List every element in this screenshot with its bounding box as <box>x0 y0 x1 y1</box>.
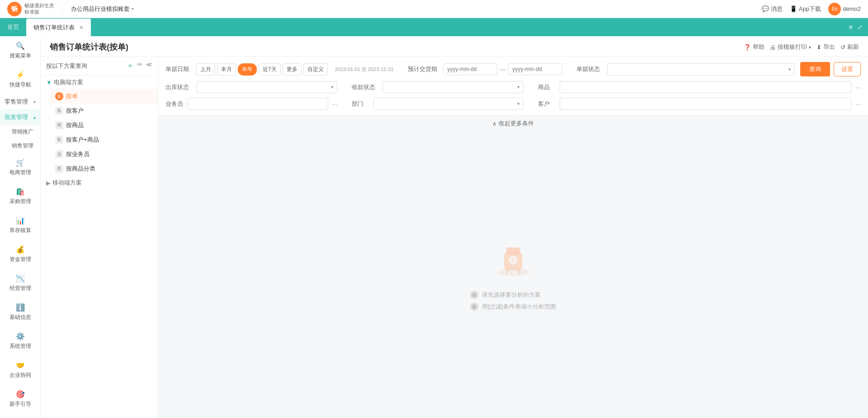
department-select-wrap <box>373 98 524 110</box>
edit-scheme-icon[interactable]: ✏ <box>137 61 142 71</box>
sidebar-item-purchase[interactable]: 🛍️ 采购管理 <box>0 182 40 211</box>
by-customer-icon: 客 <box>55 107 63 115</box>
filter-delivery-status-field: 出库状态 <box>165 81 337 93</box>
sidebar-item-enterprise[interactable]: 🤝 企业协同 <box>0 356 40 385</box>
goods-label: 商品 <box>538 83 556 91</box>
goods-more-icon[interactable]: ··· <box>855 84 861 91</box>
tree-mobile-expand-icon: ▶ <box>46 180 51 186</box>
goods-input[interactable] <box>560 81 852 93</box>
settings-button[interactable]: 设置 <box>834 62 861 76</box>
sidebar-item-newbie[interactable]: 🎯 新手引导 <box>0 385 40 413</box>
by-sales-icon: 业 <box>55 150 63 158</box>
tree-item-by-customer[interactable]: 客 按客户 <box>50 104 158 118</box>
date-quick-buttons: 上月 本月 本年 近7天 更多 自定义 <box>196 63 328 76</box>
filter-date-field: 单据日期 上月 本月 本年 近7天 更多 自定义 <box>165 63 328 76</box>
date-separator: — <box>500 66 505 73</box>
sidebar-item-retail[interactable]: 零售管理 ▾ <box>0 94 40 109</box>
tree-desktop-group[interactable]: ▼ 电脑端方案 <box>41 76 158 89</box>
salesperson-more-icon[interactable]: ··· <box>332 100 337 108</box>
expand-icon[interactable]: ⤢ <box>857 24 863 31</box>
btn-last-7-days[interactable]: 近7天 <box>259 63 281 76</box>
btn-this-year[interactable]: 本年 <box>238 63 257 76</box>
btn-last-month[interactable]: 上月 <box>196 63 215 76</box>
tab-sales-stats[interactable]: 销售订单统计表 ✕ <box>26 19 91 37</box>
sidebar-item-system[interactable]: ⚙️ 系统管理 <box>0 327 40 356</box>
tab-home[interactable]: 首页 <box>0 18 26 36</box>
collapse-toggle[interactable]: ∧ 收起更多条件 <box>158 116 868 131</box>
btn-this-month[interactable]: 本月 <box>217 63 236 76</box>
top-bar-left: 畅 畅捷通好生意 标准版 办公用品行业模拟账套 ▾ <box>7 2 134 16</box>
user-menu[interactable]: Ea demo2 <box>828 3 861 15</box>
filter-goods-field: 商品 ··· <box>538 81 861 93</box>
tree-mobile-group[interactable]: ▶ 移动端方案 <box>41 176 158 190</box>
tree-item-by-salesperson[interactable]: 业 按业务员 <box>50 147 158 162</box>
search-icon: 🔍 <box>16 42 25 50</box>
bill-status-label: 单据状态 <box>576 65 604 73</box>
sidebar-item-sales[interactable]: 销售管理 <box>7 139 40 153</box>
sidebar-item-marketing[interactable]: 营销推广 <box>7 125 40 139</box>
sidebar-item-app-center[interactable]: 📱 应用中心 <box>0 413 40 418</box>
receipt-status-select[interactable] <box>382 81 524 93</box>
sidebar-item-wholesale[interactable]: 批发管理 ▴ <box>0 109 40 125</box>
sidebar-item-ecommerce[interactable]: 🛒 电商管理 <box>0 153 40 182</box>
company-selector[interactable]: 办公用品行业模拟账套 ▾ <box>71 5 134 13</box>
filter-customer-field: 客户 ··· <box>538 98 861 110</box>
right-panel: 单据日期 上月 本月 本年 近7天 更多 自定义 2023-01-01 至 20… <box>158 57 868 418</box>
minimize-icon[interactable]: ✕ <box>848 24 854 31</box>
tree-item-by-customer-product[interactable]: 客 按客户+商品 <box>50 133 158 147</box>
sidebar-item-quick-nav[interactable]: ⚡ 快捷导航 <box>0 65 40 94</box>
tab-bar: 首页 销售订单统计表 ✕ ✕ ⤢ <box>0 18 868 36</box>
print-icon: 🖨 <box>770 44 776 51</box>
filter-row-2: 出库状态 收款状态 <box>165 81 861 93</box>
tree-expand-icon: ▼ <box>46 79 52 86</box>
sidebar-item-operations[interactable]: 📉 经营管理 <box>0 269 40 298</box>
message-button[interactable]: 💬 消息 <box>762 5 783 13</box>
help-button[interactable]: ❓ 帮助 <box>744 43 764 51</box>
wholesale-submenu: 营销推广 销售管理 <box>0 125 40 153</box>
collapse-panel-icon[interactable]: ≪ <box>146 61 152 71</box>
filter-section: 单据日期 上月 本月 本年 近7天 更多 自定义 2023-01-01 至 20… <box>158 57 868 116</box>
main-layout: 🔍 搜索菜单 ⚡ 快捷导航 零售管理 ▾ 批发管理 ▴ 营销推广 销售管理 🛒 … <box>0 36 868 418</box>
btn-custom[interactable]: 自定义 <box>303 63 328 76</box>
delivery-date-end[interactable] <box>508 63 562 75</box>
sidebar-item-search[interactable]: 🔍 搜索菜单 <box>0 36 40 65</box>
by-cat-icon: 类 <box>55 165 63 173</box>
date-range-display: 2023-01-01 至 2023-12-31 <box>335 66 394 73</box>
delivery-date-start[interactable] <box>443 63 497 75</box>
customer-more-icon[interactable]: ··· <box>855 100 861 108</box>
inventory-icon: 📊 <box>16 216 25 225</box>
by-product-icon: 商 <box>55 121 63 129</box>
tree-item-by-order[interactable]: 按 按单 <box>50 89 158 104</box>
empty-state: ? ① 请先选择要分析的方案 ② 用[过滤]条件来缩小分析范围 <box>158 131 868 418</box>
export-button[interactable]: ⬇ 导出 <box>816 43 835 51</box>
salesperson-input[interactable] <box>187 98 328 110</box>
app-download-button[interactable]: 📱 App下载 <box>790 5 821 13</box>
system-icon: ⚙️ <box>16 332 25 341</box>
sidebar-item-basics[interactable]: ℹ️ 基础信息 <box>0 298 40 327</box>
sidebar-item-finance[interactable]: 💰 资金管理 <box>0 240 40 269</box>
delivery-status-label: 出库状态 <box>165 83 193 91</box>
enterprise-icon: 🤝 <box>16 361 25 370</box>
btn-more[interactable]: 更多 <box>283 63 302 76</box>
department-select[interactable] <box>373 98 524 110</box>
tab-close-icon[interactable]: ✕ <box>79 24 84 31</box>
refresh-button[interactable]: ↺ 刷新 <box>840 43 859 51</box>
filter-department-field: 部门 <box>352 98 524 110</box>
quick-nav-icon: ⚡ <box>16 71 25 79</box>
tree-item-by-category[interactable]: 类 按商品分类 <box>50 162 158 176</box>
bill-status-select[interactable] <box>607 63 795 76</box>
wholesale-arrow-icon: ▴ <box>33 115 36 120</box>
customer-input[interactable] <box>560 98 852 110</box>
svg-text:?: ? <box>511 257 514 264</box>
bill-status-select-wrap <box>607 63 795 76</box>
empty-tip-1: ① 请先选择要分析的方案 <box>470 291 556 299</box>
filter-bill-status-field: 单据状态 <box>576 63 795 76</box>
sidebar-item-inventory[interactable]: 📊 库存核算 <box>0 211 40 240</box>
salesperson-label: 业务员 <box>165 100 184 108</box>
query-button[interactable]: 查询 <box>800 62 830 76</box>
template-print-button[interactable]: 🖨 按模板打印 ▾ <box>770 43 811 51</box>
customer-label: 客户 <box>538 100 556 108</box>
tree-item-by-product[interactable]: 商 按商品 <box>50 118 158 133</box>
delivery-status-select[interactable] <box>196 81 337 93</box>
add-scheme-icon[interactable]: ＋ <box>127 61 134 71</box>
